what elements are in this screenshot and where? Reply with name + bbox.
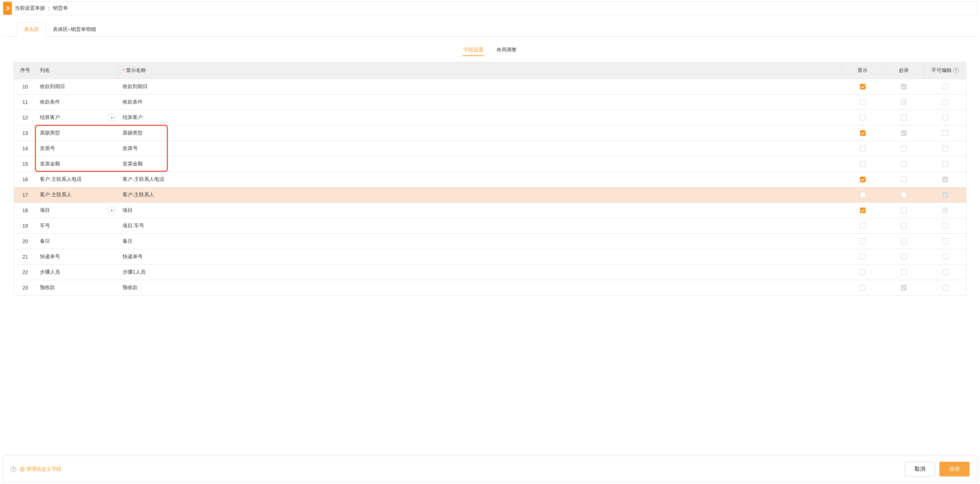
cell-name: 步骤人员 (36, 265, 119, 280)
table-row[interactable]: 13票据类型票据类型 (14, 126, 966, 141)
cell-required (883, 203, 924, 218)
checkbox-required (901, 84, 907, 89)
checkbox-readonly[interactable] (942, 269, 948, 275)
checkbox-required[interactable] (901, 115, 907, 121)
cell-display[interactable]: 结算客户 (119, 110, 842, 125)
cell-seq: 13 (14, 126, 36, 141)
table-row[interactable]: 10收款到期日收款到期日 (14, 79, 966, 95)
cell-display[interactable]: 预收款 (119, 280, 842, 295)
checkbox-required (901, 130, 907, 136)
table-row[interactable]: 17客户.主联系人客户.主联系人 (14, 187, 966, 203)
chevron-right-icon (5, 6, 10, 11)
cell-seq: 23 (14, 280, 36, 295)
cell-name: 项目+ (36, 203, 119, 218)
table-row[interactable]: 22步骤人员步骤1人员 (14, 265, 966, 280)
cell-show (842, 280, 883, 295)
checkbox-readonly[interactable] (942, 84, 948, 89)
checkbox-required[interactable] (901, 223, 907, 229)
checkbox-show[interactable] (860, 161, 865, 167)
cell-display[interactable]: 客户.主联系人 (119, 187, 842, 202)
checkbox-required[interactable] (901, 192, 907, 198)
cell-show (842, 141, 883, 156)
checkbox-required[interactable] (901, 146, 907, 151)
checkbox-show[interactable] (860, 84, 865, 89)
checkbox-show[interactable] (860, 239, 865, 244)
checkbox-show[interactable] (860, 254, 865, 260)
checkbox-readonly[interactable] (942, 239, 948, 244)
cell-readonly (924, 172, 966, 187)
checkbox-show[interactable] (860, 130, 865, 136)
plus-icon[interactable]: + (108, 114, 115, 121)
cell-display[interactable]: 步骤1人员 (119, 265, 842, 280)
section-tab-0[interactable]: 表头区 (17, 22, 46, 37)
checkbox-show[interactable] (860, 285, 865, 291)
cell-seq: 22 (14, 265, 36, 280)
checkbox-readonly[interactable] (942, 254, 948, 260)
checkbox-required[interactable] (901, 239, 907, 244)
table-row[interactable]: 14发票号发票号 (14, 141, 966, 156)
cell-required (883, 249, 924, 264)
checkbox-show[interactable] (860, 223, 865, 229)
cell-name-text: 收款到期日 (40, 83, 65, 90)
table-row[interactable]: 12结算客户+结算客户 (14, 110, 966, 126)
table-row[interactable]: 20备注备注 (14, 234, 966, 249)
cell-display[interactable]: 项目.车号 (119, 218, 842, 233)
cell-required (883, 110, 924, 125)
cell-display[interactable]: 项目 (119, 203, 842, 218)
checkbox-required[interactable] (901, 177, 907, 182)
help-icon[interactable]: ? (953, 68, 959, 73)
header-doc-name: 销货单 (53, 5, 68, 11)
table-row[interactable]: 15发票金额发票金额 (14, 156, 966, 172)
cell-display[interactable]: 发票号 (119, 141, 842, 156)
cell-name: 收款到期日 (36, 79, 119, 94)
sub-tab-0[interactable]: 字段设置 (463, 45, 484, 56)
section-tab-1[interactable]: 表体区–销货单明细 (46, 22, 103, 37)
table-row[interactable]: 18项目+项目 (14, 203, 966, 218)
cell-display[interactable]: 票据类型 (119, 126, 842, 141)
cell-display[interactable]: 收款到期日 (119, 79, 842, 94)
plus-icon[interactable]: + (108, 207, 115, 214)
section-tabs: 表头区表体区–销货单明细 (3, 22, 977, 37)
cell-display[interactable]: 客户.主联系人电话 (119, 172, 842, 187)
checkbox-readonly[interactable] (942, 285, 948, 291)
checkbox-required[interactable] (901, 269, 907, 275)
checkbox-show[interactable] (860, 269, 865, 275)
cell-seq: 19 (14, 218, 36, 233)
checkbox-show[interactable] (860, 146, 865, 151)
th-readonly-text: 不可编辑 (931, 67, 951, 74)
collapse-toggle[interactable] (3, 2, 12, 15)
table-row[interactable]: 23预收款预收款 (14, 280, 966, 296)
checkbox-show[interactable] (860, 177, 865, 182)
checkbox-readonly[interactable] (942, 161, 948, 167)
cell-name: 票据类型 (36, 126, 119, 141)
cell-display[interactable]: 发票金额 (119, 156, 842, 172)
checkbox-show[interactable] (860, 192, 865, 198)
cell-readonly (924, 126, 966, 141)
cell-display[interactable]: 快递单号 (119, 249, 842, 264)
table-row[interactable]: 11收款条件收款条件 (14, 95, 966, 110)
cell-required (883, 234, 924, 249)
checkbox-readonly[interactable] (942, 130, 948, 136)
checkbox-readonly[interactable] (942, 115, 948, 121)
checkbox-readonly[interactable] (942, 99, 948, 105)
checkbox-required[interactable] (901, 207, 907, 213)
checkbox-readonly[interactable] (942, 146, 948, 151)
checkbox-show[interactable] (860, 207, 865, 213)
cell-required (883, 172, 924, 187)
cell-show (842, 110, 883, 125)
table-row[interactable]: 16客户.主联系人电话客户.主联系人电话 (14, 172, 966, 187)
cell-display[interactable]: 备注 (119, 234, 842, 249)
checkbox-readonly[interactable] (942, 223, 948, 229)
checkbox-required[interactable] (901, 161, 907, 167)
checkbox-show[interactable] (860, 99, 865, 105)
cell-display[interactable]: 收款条件 (119, 95, 842, 110)
table-row[interactable]: 21快递单号快递单号 (14, 249, 966, 265)
cell-name: 车号 (36, 218, 119, 233)
cell-show (842, 218, 883, 233)
sub-tab-1[interactable]: 布局调整 (496, 45, 517, 56)
checkbox-show[interactable] (860, 115, 865, 121)
th-show: 显示 (842, 62, 883, 79)
table-row[interactable]: 19车号项目.车号 (14, 218, 966, 234)
checkbox-required[interactable] (901, 254, 907, 260)
cell-name-text: 客户.主联系人电话 (40, 176, 82, 183)
